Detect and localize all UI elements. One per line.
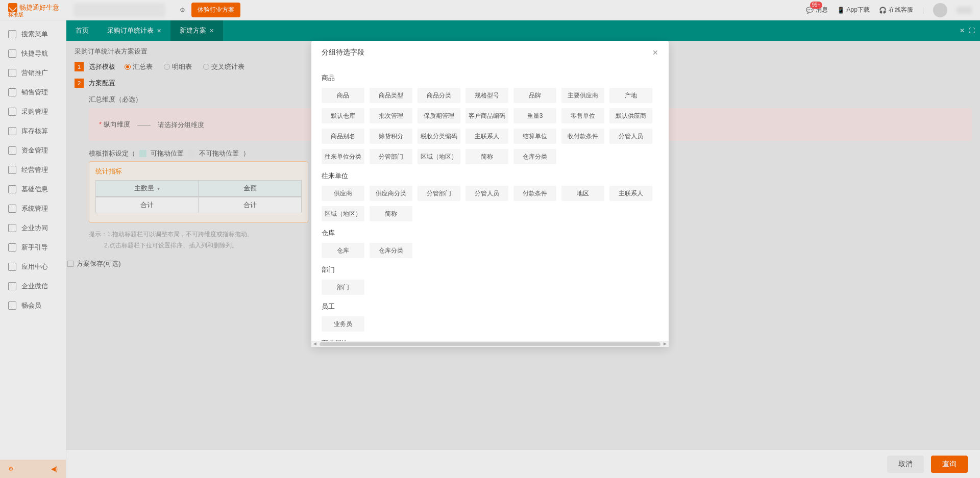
field-chip[interactable]: 零售单位 — [561, 108, 604, 123]
field-chip[interactable]: 地区 — [561, 186, 604, 201]
field-chip[interactable]: 供应商分类 — [370, 186, 412, 201]
field-chip[interactable]: 默认供应商 — [609, 108, 652, 123]
field-chip[interactable]: 主要供应商 — [561, 88, 604, 103]
field-chip[interactable]: 税收分类编码 — [418, 129, 460, 144]
field-chip[interactable]: 主联系人 — [465, 129, 508, 144]
field-chip[interactable]: 仓库 — [322, 243, 364, 258]
horizontal-scrollbar[interactable] — [311, 341, 669, 347]
field-chip[interactable]: 规格型号 — [465, 88, 508, 103]
field-chip[interactable]: 简称 — [370, 206, 412, 221]
field-group-title: 往来单位 — [322, 171, 658, 181]
field-chip[interactable]: 部门 — [322, 280, 364, 295]
field-group-title: 部门 — [322, 265, 658, 274]
field-chip[interactable]: 仓库分类 — [370, 243, 412, 258]
field-chip[interactable]: 商品类型 — [370, 88, 412, 103]
field-chip[interactable]: 分管人员 — [609, 129, 652, 144]
field-chip[interactable]: 仓库分类 — [513, 149, 556, 164]
field-chip[interactable]: 商品别名 — [322, 129, 364, 144]
field-chip[interactable]: 简称 — [465, 149, 508, 164]
field-chip[interactable]: 区域（地区） — [322, 206, 364, 221]
field-chip[interactable]: 分管部门 — [418, 186, 460, 201]
field-chip[interactable]: 批次管理 — [370, 108, 412, 123]
field-chip[interactable]: 默认仓库 — [322, 108, 364, 123]
field-chip[interactable]: 商品分类 — [418, 88, 460, 103]
field-chip[interactable]: 分管人员 — [465, 186, 508, 201]
field-chip[interactable]: 区域（地区） — [418, 149, 460, 164]
modal-overlay: 分组待选字段 ✕ 商品商品商品类型商品分类规格型号品牌主要供应商产地默认仓库批次… — [0, 0, 980, 478]
field-group-title: 商品 — [322, 73, 658, 83]
field-chip[interactable]: 结算单位 — [513, 129, 556, 144]
modal-title: 分组待选字段 — [322, 48, 364, 57]
field-chip[interactable]: 往来单位分类 — [322, 149, 364, 164]
field-chip[interactable]: 重量3 — [513, 108, 556, 123]
field-group-title: 仓库 — [322, 229, 658, 238]
field-chip[interactable]: 收付款条件 — [561, 129, 604, 144]
field-chip[interactable]: 客户商品编码 — [465, 108, 508, 123]
field-chip[interactable]: 赊货积分 — [370, 129, 412, 144]
field-chip[interactable]: 主联系人 — [609, 186, 652, 201]
field-chip[interactable]: 品牌 — [513, 88, 556, 103]
field-chip[interactable]: 供应商 — [322, 186, 364, 201]
close-icon[interactable]: ✕ — [652, 48, 658, 57]
field-chip[interactable]: 业务员 — [322, 316, 364, 332]
field-chip[interactable]: 保质期管理 — [418, 108, 460, 123]
field-chip[interactable]: 分管部门 — [370, 149, 412, 164]
field-picker-modal: 分组待选字段 ✕ 商品商品商品类型商品分类规格型号品牌主要供应商产地默认仓库批次… — [311, 41, 669, 347]
field-chip[interactable]: 付款条件 — [513, 186, 556, 201]
field-chip[interactable]: 产地 — [609, 88, 652, 103]
field-chip[interactable]: 商品 — [322, 88, 364, 103]
field-group-title: 员工 — [322, 302, 658, 311]
